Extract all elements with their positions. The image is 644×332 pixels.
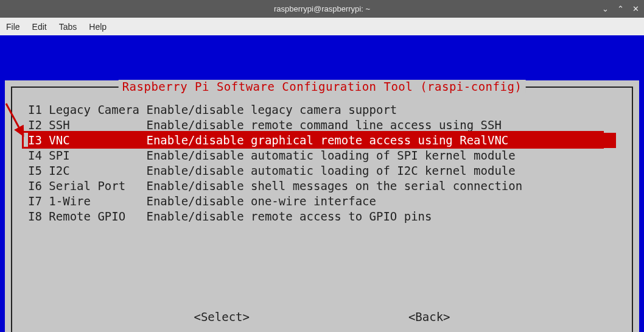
terminal[interactable]: Raspberry Pi Software Configuration Tool…: [0, 35, 644, 332]
option-list: I1 Legacy Camera Enable/disable legacy c…: [28, 102, 616, 224]
option-row-i4[interactable]: I4 SPI Enable/disable automatic loading …: [28, 148, 616, 163]
option-row-i3[interactable]: I3 VNC Enable/disable graphical remote a…: [28, 133, 616, 148]
window-titlebar: raspberrypi@raspberrypi: ~ ⌄ ⌃ ✕: [0, 0, 644, 18]
minimize-icon[interactable]: ⌄: [602, 4, 609, 13]
menu-tabs[interactable]: Tabs: [59, 22, 77, 32]
menu-file[interactable]: File: [6, 22, 20, 32]
option-row-i8[interactable]: I8 Remote GPIO Enable/disable remote acc…: [28, 209, 616, 224]
menu-edit[interactable]: Edit: [32, 22, 47, 32]
frame-left: [11, 87, 12, 332]
option-row-i7[interactable]: I7 1-Wire Enable/disable one-wire interf…: [28, 194, 616, 209]
option-row-i2[interactable]: I2 SSH Enable/disable remote command lin…: [28, 118, 616, 133]
maximize-icon[interactable]: ⌃: [617, 4, 624, 13]
close-icon[interactable]: ✕: [632, 4, 639, 13]
frame-right: [632, 87, 633, 332]
select-button[interactable]: <Select>: [194, 310, 250, 323]
dialog-buttons: <Select> <Back>: [5, 310, 639, 323]
option-row-i5[interactable]: I5 I2C Enable/disable automatic loading …: [28, 163, 616, 178]
option-row-i6[interactable]: I6 Serial Port Enable/disable shell mess…: [28, 178, 616, 194]
menu-help[interactable]: Help: [89, 22, 107, 32]
option-row-i1[interactable]: I1 Legacy Camera Enable/disable legacy c…: [28, 102, 616, 118]
config-dialog: Raspberry Pi Software Configuration Tool…: [5, 80, 639, 332]
window-controls: ⌄ ⌃ ✕: [602, 4, 639, 13]
back-button[interactable]: <Back>: [408, 310, 450, 323]
window-title: raspberrypi@raspberrypi: ~: [274, 4, 370, 13]
dialog-title: Raspberry Pi Software Configuration Tool…: [119, 80, 526, 93]
menubar: File Edit Tabs Help: [0, 18, 644, 35]
